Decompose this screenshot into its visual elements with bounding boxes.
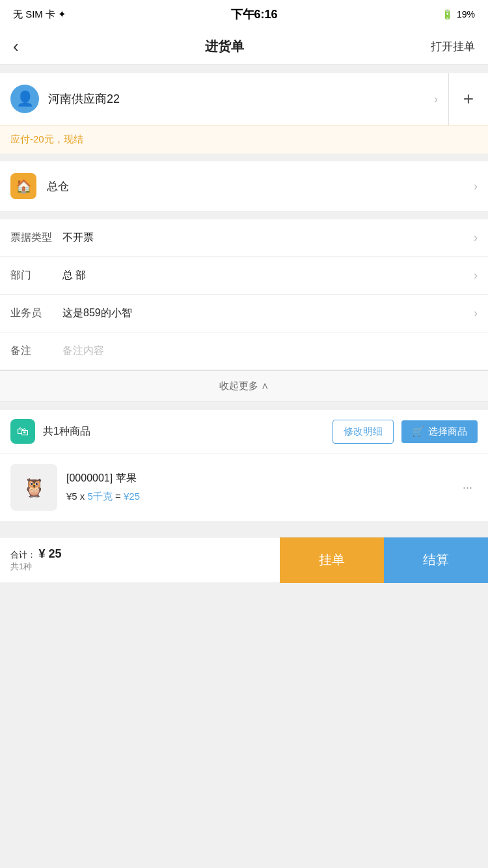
product-qty: 5千克 <box>88 491 113 502</box>
open-hang-button[interactable]: 打开挂单 <box>431 39 475 54</box>
total-row: 合计： ¥ 25 <box>10 547 269 561</box>
product-thumb-icon: 🦉 <box>23 477 46 498</box>
warehouse-name: 总仓 <box>47 179 474 194</box>
status-right: 🔋 19% <box>442 9 475 20</box>
salesperson-row[interactable]: 业务员 这是859的小智 › <box>0 295 488 332</box>
product-name: [0000001] 苹果 <box>66 472 448 485</box>
status-time: 下午6:16 <box>231 7 278 22</box>
product-title: 苹果 <box>116 472 137 483</box>
bottom-total: 合计： ¥ 25 共1种 <box>0 547 280 573</box>
invoice-type-label: 票据类型 <box>10 231 62 245</box>
collapse-button[interactable]: 收起更多 ∧ <box>0 370 488 402</box>
status-left: 无 SIM 卡 ✦ <box>13 8 66 21</box>
products-header: 🛍 共1种商品 修改明细 🛒 选择商品 <box>0 410 488 453</box>
remark-label: 备注 <box>10 344 62 358</box>
notice-banner: 应付-20元，现结 <box>0 125 488 154</box>
divider-2 <box>0 154 488 161</box>
supplier-chevron-icon: › <box>434 92 438 106</box>
avatar-icon: 👤 <box>16 90 34 107</box>
total-label: 合计： <box>10 550 36 560</box>
total-count: 共1种 <box>10 561 269 573</box>
department-row[interactable]: 部门 总 部 › <box>0 257 488 295</box>
product-equals: = <box>115 491 124 502</box>
divider-3 <box>0 211 488 219</box>
department-label: 部门 <box>10 269 62 282</box>
select-product-icon: 🛒 <box>412 426 424 437</box>
warehouse-chevron-icon: › <box>474 180 478 193</box>
supplier-selector[interactable]: 👤 河南供应商22 › <box>0 73 449 125</box>
products-icon-symbol: 🛍 <box>17 425 29 439</box>
products-count: 共1种商品 <box>43 425 325 439</box>
invoice-type-chevron-icon: › <box>474 231 478 245</box>
salesperson-chevron-icon: › <box>474 306 478 320</box>
warehouse-icon: 🏠 <box>10 173 36 199</box>
salesperson-label: 业务员 <box>10 306 62 320</box>
products-icon: 🛍 <box>10 419 35 444</box>
product-thumbnail: 🦉 <box>10 464 57 511</box>
page-title: 进货单 <box>205 38 244 55</box>
back-button[interactable]: ‹ <box>13 36 19 57</box>
form-section: 票据类型 不开票 › 部门 总 部 › 业务员 这是859的小智 › 备注 备注… <box>0 219 488 370</box>
product-item: 🦉 [0000001] 苹果 ¥5 x 5千克 = ¥25 ··· <box>0 453 488 521</box>
edit-details-button[interactable]: 修改明细 <box>332 420 394 444</box>
supplier-name: 河南供应商22 <box>48 91 434 107</box>
divider-5 <box>0 521 488 529</box>
product-multiply: x <box>80 491 88 502</box>
divider-1 <box>0 65 488 73</box>
product-code: [0000001] <box>66 472 113 483</box>
salesperson-value: 这是859的小智 <box>62 306 468 320</box>
supplier-add-button[interactable]: + <box>449 73 488 125</box>
invoice-type-row[interactable]: 票据类型 不开票 › <box>0 219 488 257</box>
total-amount: ¥ 25 <box>38 547 61 560</box>
supplier-avatar: 👤 <box>10 85 39 113</box>
warehouse-icon-symbol: 🏠 <box>16 178 32 194</box>
signal-text: 无 SIM 卡 ✦ <box>13 8 66 21</box>
bottom-bar: 合计： ¥ 25 共1种 挂单 结算 <box>0 537 488 582</box>
divider-4 <box>0 402 488 410</box>
product-unit-price: ¥5 <box>66 491 77 502</box>
supplier-section: 👤 河南供应商22 › + <box>0 73 488 125</box>
product-info: [0000001] 苹果 ¥5 x 5千克 = ¥25 <box>66 472 448 503</box>
hang-button[interactable]: 挂单 <box>280 537 384 583</box>
status-bar: 无 SIM 卡 ✦ 下午6:16 🔋 19% <box>0 0 488 29</box>
invoice-type-value: 不开票 <box>62 231 468 245</box>
product-price: ¥5 x 5千克 = ¥25 <box>66 491 448 503</box>
battery-percent: 19% <box>457 9 475 20</box>
remark-value[interactable]: 备注内容 <box>62 344 478 358</box>
checkout-button[interactable]: 结算 <box>384 537 488 583</box>
remark-row[interactable]: 备注 备注内容 <box>0 332 488 370</box>
product-total: ¥25 <box>124 491 140 502</box>
warehouse-section[interactable]: 🏠 总仓 › <box>0 161 488 211</box>
department-chevron-icon: › <box>474 269 478 282</box>
product-more-button[interactable]: ··· <box>457 478 478 497</box>
nav-bar: ‹ 进货单 打开挂单 <box>0 29 488 65</box>
select-product-label: 选择商品 <box>428 426 467 438</box>
department-value: 总 部 <box>62 269 468 282</box>
battery-icon: 🔋 <box>442 9 453 20</box>
select-product-button[interactable]: 🛒 选择商品 <box>401 420 478 443</box>
